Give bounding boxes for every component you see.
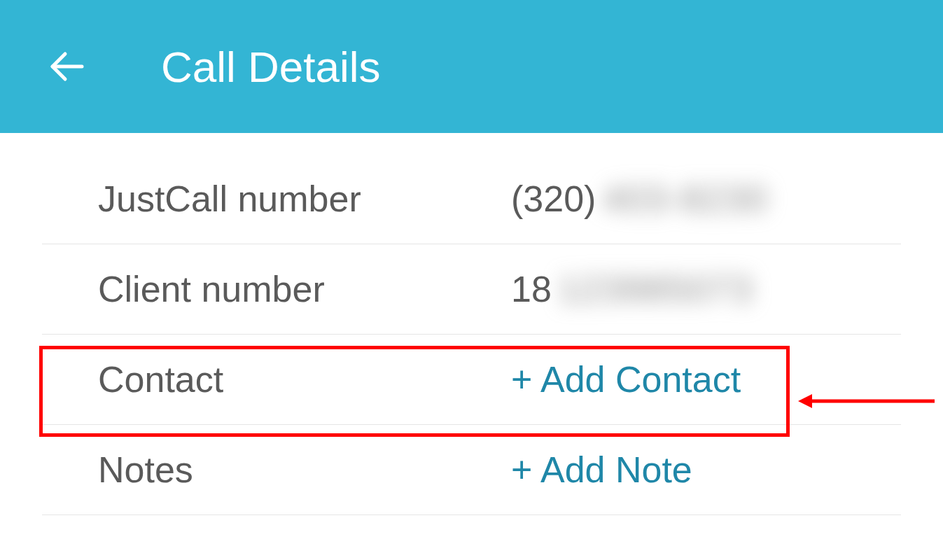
justcall-number-redacted: 403-8230 xyxy=(603,178,768,220)
label-justcall-number: JustCall number xyxy=(98,178,511,220)
label-client-number: Client number xyxy=(98,268,511,310)
arrow-left-icon xyxy=(46,46,88,88)
row-contact: Contact + Add Contact xyxy=(42,335,901,425)
value-justcall-number: (320) 403-8230 xyxy=(511,178,768,220)
client-number-prefix: 18 xyxy=(511,268,552,310)
add-note-button[interactable]: + Add Note xyxy=(511,449,692,491)
back-button[interactable] xyxy=(42,42,91,91)
page-title: Call Details xyxy=(161,42,381,92)
row-client-number: Client number 18 123985073 xyxy=(42,244,901,335)
header-bar: Call Details xyxy=(0,0,943,133)
justcall-number-prefix: (320) xyxy=(511,178,596,220)
label-notes: Notes xyxy=(98,449,511,491)
add-contact-button[interactable]: + Add Contact xyxy=(511,358,741,400)
content-area: JustCall number (320) 403-8230 Client nu… xyxy=(0,133,943,515)
client-number-redacted: 123985073 xyxy=(559,268,753,310)
row-justcall-number: JustCall number (320) 403-8230 xyxy=(42,154,901,244)
value-client-number: 18 123985073 xyxy=(511,268,753,310)
row-notes: Notes + Add Note xyxy=(42,425,901,515)
label-contact: Contact xyxy=(98,358,511,400)
